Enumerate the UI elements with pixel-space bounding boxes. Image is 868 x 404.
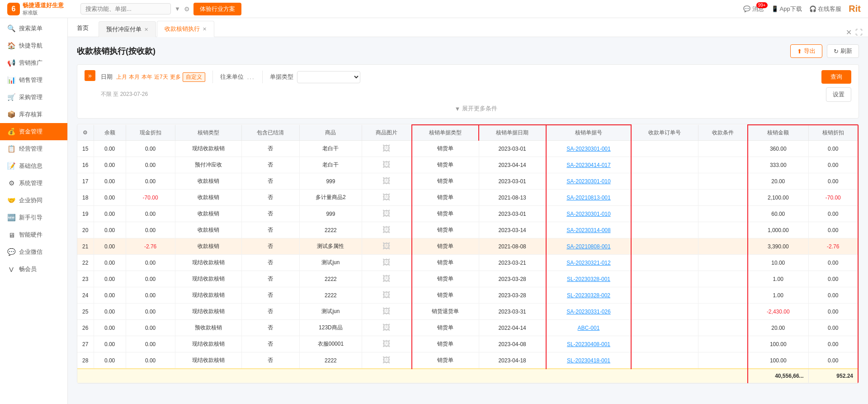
cell-balance: 0.00 <box>94 222 126 238</box>
cell-product: 老白干 <box>299 141 362 157</box>
cell-verify-amount: 1.00 <box>748 271 808 287</box>
cell-verify-type: 现结收款核销 <box>175 287 241 304</box>
marketing-icon: 📢 <box>7 59 15 67</box>
cell-included: 否 <box>241 320 299 336</box>
cell-doc-no[interactable]: SA-20230321-012 <box>546 255 632 271</box>
app-download[interactable]: 📱 App下载 <box>771 5 802 13</box>
settings-button[interactable]: 设置 <box>826 87 851 102</box>
online-service[interactable]: 🎧 在线客服 <box>809 5 842 13</box>
sidebar-label-wechat: 企业微信 <box>19 248 42 256</box>
sidebar-item-search-menu[interactable]: 🔍 搜索菜单 <box>0 20 67 37</box>
cell-verify-type: 预付冲应收 <box>175 157 241 173</box>
logo: 6 畅捷通道好生意 标准版 <box>7 1 75 16</box>
cell-verify-type: 收款核销 <box>175 190 241 206</box>
cell-doc-type: 销货单 <box>412 206 479 222</box>
sidebar-item-smart-hardware[interactable]: 🖥 智能硬件 <box>0 226 67 243</box>
cell-included: 否 <box>241 206 299 222</box>
cell-doc-no[interactable]: SA-20230414-017 <box>546 157 632 173</box>
page-actions: ⬆ 导出 ↻ 刷新 <box>790 44 859 58</box>
cell-doc-no[interactable]: ABC-001 <box>546 320 632 336</box>
sidebar-item-company-collab[interactable]: 🤝 企业协同 <box>0 192 67 209</box>
sidebar-item-purchase[interactable]: 🛒 采购管理 <box>0 89 67 106</box>
cell-doc-no[interactable]: SL-20230418-001 <box>546 352 632 369</box>
partner-ellipsis[interactable]: ... <box>247 74 255 81</box>
tab-prepay-close[interactable]: ✕ <box>144 27 148 33</box>
sidebar-label-system: 系统管理 <box>19 179 42 187</box>
filter-expand-btn[interactable]: ▼ 展开更多条件 <box>101 105 851 113</box>
tab-receipt-verify[interactable]: 收款核销执行 ✕ <box>157 21 214 37</box>
cell-doc-no[interactable]: SA-20230331-026 <box>546 304 632 320</box>
cell-doc-no[interactable]: SA-20210813-001 <box>546 190 632 206</box>
cell-doc-date: 2023-03-14 <box>479 222 546 238</box>
date-group: 上月 本月 本年 近7天 更多 自定义 <box>116 72 205 82</box>
sidebar-item-quick-nav[interactable]: 🏠 快捷导航 <box>0 37 67 54</box>
cell-verify-type: 现结收款核销 <box>175 352 241 369</box>
cell-product: 2222 <box>299 352 362 369</box>
cell-doc-date: 2023-03-01 <box>479 173 546 190</box>
cell-product: 123D商品 <box>299 320 362 336</box>
cell-cash-discount: 0.00 <box>126 206 175 222</box>
cell-doc-no[interactable]: SA-20230314-008 <box>546 222 632 238</box>
table-footer-row: 40,556,66... 952.24 <box>77 369 858 383</box>
th-balance: 余额 <box>94 125 126 141</box>
tab-receipt-verify-close[interactable]: ✕ <box>203 26 207 32</box>
date-link-this-month[interactable]: 本月 <box>129 73 140 81</box>
sidebar-label-company-collab: 企业协同 <box>19 196 42 204</box>
close-icon[interactable]: ✕ <box>846 28 852 37</box>
page-title: 收款核销执行(按收款) <box>77 46 156 57</box>
sidebar-item-system[interactable]: ⚙ 系统管理 <box>0 175 67 192</box>
cell-product-img: 🖼 <box>362 206 412 222</box>
cell-cash-discount: 0.00 <box>126 304 175 320</box>
cell-doc-date: 2023-03-28 <box>479 287 546 304</box>
filter-expand-arrow[interactable]: » <box>85 70 95 81</box>
gear-icon[interactable]: ⚙ <box>184 5 190 13</box>
cell-doc-type: 销货单 <box>412 255 479 271</box>
guide-icon: 🆕 <box>7 214 15 222</box>
cell-verify-amount: 3,390.00 <box>748 238 808 255</box>
cell-verify-discount: 0.00 <box>808 173 858 190</box>
sidebar-item-operations[interactable]: 📋 经营管理 <box>0 140 67 157</box>
doc-type-select[interactable] <box>297 71 360 83</box>
maximize-icon[interactable]: ⛶ <box>855 29 863 37</box>
cell-receipt-cond <box>698 173 748 190</box>
chevron-down-icon: ▼ <box>175 5 180 12</box>
cell-doc-no[interactable]: SL-20230328-001 <box>546 271 632 287</box>
sidebar-item-guide[interactable]: 🆕 新手引导 <box>0 209 67 226</box>
cell-doc-no[interactable]: SA-20210808-001 <box>546 238 632 255</box>
date-link-custom[interactable]: 自定义 <box>183 72 205 82</box>
cell-verify-discount: -2.76 <box>808 238 858 255</box>
cell-included: 否 <box>241 304 299 320</box>
table-row: 160.000.00预付冲应收否老白干🖼销货单2023-04-14SA-2023… <box>77 157 858 173</box>
sidebar-item-basic-info[interactable]: 📝 基础信息 <box>0 157 67 175</box>
tab-home[interactable]: 首页 <box>68 20 98 37</box>
sidebar-label-inventory: 库存核算 <box>19 110 42 119</box>
refresh-button[interactable]: ↻ 刷新 <box>827 44 859 58</box>
date-link-last-month[interactable]: 上月 <box>116 73 127 81</box>
sidebar-item-wechat[interactable]: 💬 企业微信 <box>0 243 67 261</box>
cell-doc-no[interactable]: SA-20230301-001 <box>546 141 632 157</box>
date-link-7days[interactable]: 近7天 <box>154 73 168 81</box>
th-verify-type: 核销类型 <box>175 125 241 141</box>
message-area[interactable]: 💬 消息 99+ <box>743 5 764 13</box>
cell-receipt-order <box>631 271 698 287</box>
query-button[interactable]: 查询 <box>821 70 851 84</box>
table-row: 260.000.00预收款核销否123D商品🖼销货单2022-04-14ABC-… <box>77 320 858 336</box>
sidebar-item-inventory[interactable]: 📦 库存核算 <box>0 106 67 123</box>
sidebar-item-finance[interactable]: 💰 资金管理 <box>0 123 67 140</box>
sidebar-item-vip[interactable]: V 畅会员 <box>0 261 67 278</box>
solution-button[interactable]: 体验行业方案 <box>193 3 241 15</box>
cell-doc-no[interactable]: SA-20230301-010 <box>546 173 632 190</box>
tab-prepay[interactable]: 预付冲应付单 ✕ <box>99 21 156 37</box>
date-link-this-year[interactable]: 本年 <box>142 73 152 81</box>
cell-included: 否 <box>241 336 299 352</box>
export-button[interactable]: ⬆ 导出 <box>790 44 822 58</box>
cell-balance: 0.00 <box>94 320 126 336</box>
sidebar-label-vip: 畅会员 <box>19 265 37 273</box>
cell-doc-no[interactable]: SA-20230301-010 <box>546 206 632 222</box>
cell-doc-no[interactable]: SL-20230408-001 <box>546 336 632 352</box>
cell-doc-no[interactable]: SL-20230328-002 <box>546 287 632 304</box>
sidebar-item-sales[interactable]: 📊 销售管理 <box>0 71 67 89</box>
sidebar-item-marketing[interactable]: 📢 营销推广 <box>0 54 67 71</box>
date-link-more[interactable]: 更多 <box>170 73 181 81</box>
search-input[interactable] <box>80 3 171 14</box>
